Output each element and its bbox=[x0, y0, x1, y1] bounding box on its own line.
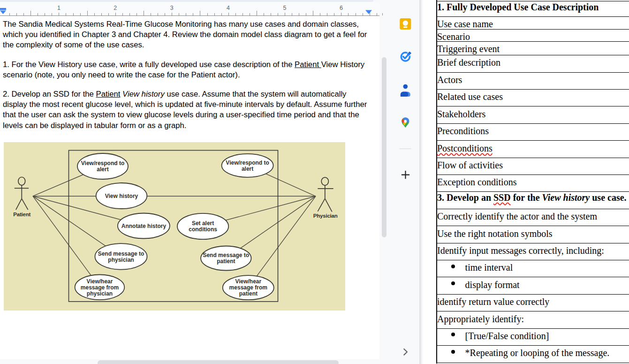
svg-text:Send message to: Send message to bbox=[203, 252, 249, 258]
svg-text:View/hear: View/hear bbox=[87, 278, 113, 284]
svg-text:message from: message from bbox=[229, 284, 267, 291]
svg-text:View/respond to: View/respond to bbox=[226, 159, 269, 166]
svg-text:conditions: conditions bbox=[189, 226, 217, 233]
svg-text:alert: alert bbox=[97, 166, 108, 173]
svg-text:Annotate history: Annotate history bbox=[121, 222, 167, 229]
svg-text:physician: physician bbox=[87, 290, 113, 296]
svg-text:patient: patient bbox=[239, 290, 258, 297]
svg-text:message from: message from bbox=[81, 284, 119, 290]
svg-text:View/respond to: View/respond to bbox=[81, 160, 124, 167]
svg-text:physician: physician bbox=[108, 256, 134, 263]
svg-text:Physician: Physician bbox=[313, 213, 338, 219]
svg-text:Send message to: Send message to bbox=[98, 250, 144, 257]
svg-text:Patient: Patient bbox=[13, 212, 30, 217]
svg-text:View/hear: View/hear bbox=[235, 278, 261, 285]
svg-text:alert: alert bbox=[242, 165, 253, 172]
svg-text:patient: patient bbox=[217, 258, 235, 265]
svg-text:Set alert: Set alert bbox=[192, 220, 214, 227]
svg-text:View history: View history bbox=[105, 192, 138, 199]
